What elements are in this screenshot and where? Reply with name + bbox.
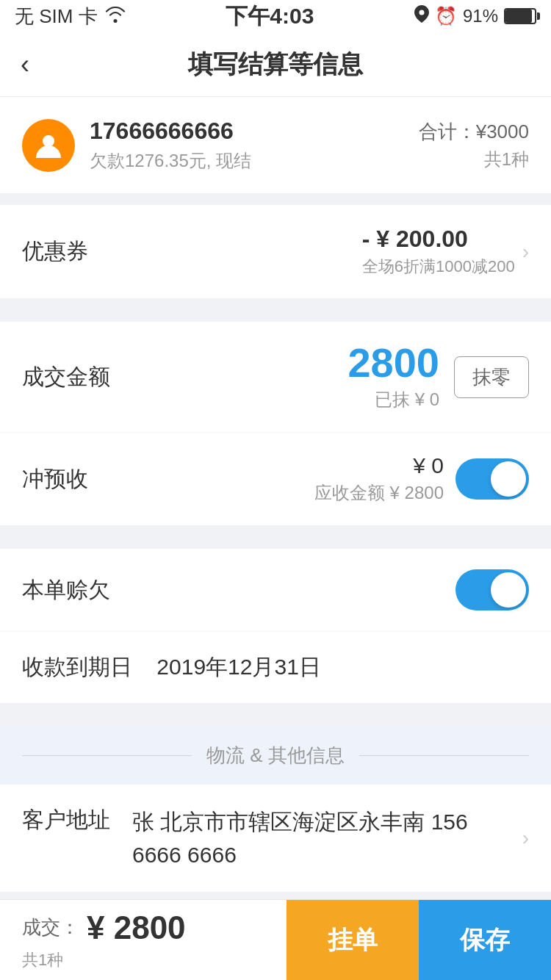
- address-content: 张 北京市市辖区海淀区永丰南 156 6666 6666: [132, 805, 522, 871]
- coupon-discount: - ¥ 200.00: [362, 226, 515, 253]
- status-bar: 无 SIM 卡 下午4:03 ⏰ 91%: [0, 0, 551, 32]
- divider-2: [0, 537, 551, 549]
- wifi-icon: [105, 5, 126, 28]
- bottom-total-row: 成交： ¥ 2800: [22, 909, 264, 946]
- coupon-desc: 全场6折满1000减200: [362, 256, 515, 278]
- logistics-label: 物流 & 其他信息: [192, 743, 359, 768]
- battery-label: 91%: [463, 6, 498, 26]
- chong-right: ¥ 0 应收金额 ¥ 2800: [314, 453, 529, 505]
- bottom-bar: 成交： ¥ 2800 共1种 挂单 保存: [0, 899, 551, 980]
- logistics-line-left: [22, 755, 192, 756]
- coupon-row[interactable]: 优惠券 - ¥ 200.00 全场6折满1000减200 ›: [0, 205, 551, 298]
- total-label: 合计：¥3000: [419, 119, 529, 145]
- back-button[interactable]: ‹: [21, 49, 29, 80]
- user-debt: 欠款1276.35元, 现结: [90, 149, 251, 173]
- chong-toggle[interactable]: [455, 458, 529, 500]
- page-title: 填写结算等信息: [188, 48, 363, 82]
- total-value: ¥3000: [476, 120, 529, 143]
- coupon-info: - ¥ 200.00 全场6折满1000减200: [362, 226, 515, 278]
- coupon-label: 优惠券: [22, 237, 88, 267]
- address-label: 客户地址: [22, 805, 110, 835]
- deal-label: 成交金额: [22, 362, 110, 392]
- deal-amount-sub: 已抹 ¥ 0: [347, 388, 439, 411]
- bottom-deal-amount: ¥ 2800: [87, 909, 186, 946]
- battery-icon: [504, 8, 536, 24]
- chong-row: 冲预收 ¥ 0 应收金额 ¥ 2800: [0, 433, 551, 525]
- chevron-right-icon: ›: [522, 240, 529, 264]
- status-time: 下午4:03: [226, 1, 314, 32]
- chevron-right-address-icon: ›: [522, 826, 529, 850]
- nav-bar: ‹ 填写结算等信息: [0, 32, 551, 97]
- deal-section: 成交金额 2800 已抹 ¥ 0 抹零 冲预收 ¥ 0 应收金额 ¥ 2800: [0, 322, 551, 525]
- debt-right: [455, 569, 529, 610]
- user-info: 17666666666 欠款1276.35元, 现结: [90, 118, 251, 173]
- chong-amount-col: ¥ 0 应收金额 ¥ 2800: [314, 453, 444, 505]
- debt-toggle[interactable]: [455, 569, 529, 610]
- avatar: [22, 119, 75, 172]
- logistics-header: 物流 & 其他信息: [0, 727, 551, 785]
- chong-sub: 应收金额 ¥ 2800: [314, 481, 444, 505]
- deal-amount: 2800: [347, 342, 439, 383]
- deal-row: 成交金额 2800 已抹 ¥ 0 抹零: [0, 322, 551, 433]
- chong-label: 冲预收: [22, 464, 88, 494]
- divider-3: [0, 715, 551, 727]
- round-zero-button[interactable]: 抹零: [454, 356, 529, 398]
- bottom-deal-label: 成交：: [22, 915, 79, 940]
- carrier-label: 无 SIM 卡: [15, 4, 98, 29]
- debt-label: 本单赊欠: [22, 575, 110, 605]
- due-date-row: 收款到期日 2019年12月31日: [0, 632, 551, 703]
- due-date-value: 2019年12月31日: [156, 655, 320, 679]
- content-area: 17666666666 欠款1276.35元, 现结 合计：¥3000 共1种 …: [0, 97, 551, 980]
- total-count: 共1种: [419, 148, 529, 171]
- alarm-icon: ⏰: [435, 6, 457, 26]
- address-row[interactable]: 客户地址 张 北京市市辖区海淀区永丰南 156 6666 6666 ›: [0, 785, 551, 892]
- coupon-right: - ¥ 200.00 全场6折满1000减200 ›: [362, 226, 529, 278]
- chong-toggle-knob: [491, 461, 526, 497]
- divider-1: [0, 310, 551, 322]
- user-right: 合计：¥3000 共1种: [419, 119, 529, 171]
- user-left: 17666666666 欠款1276.35元, 现结: [22, 118, 251, 173]
- status-left: 无 SIM 卡: [15, 4, 126, 29]
- deal-amount-col: 2800 已抹 ¥ 0: [347, 342, 439, 411]
- bottom-count: 共1种: [22, 949, 264, 971]
- location-icon: [414, 5, 429, 27]
- user-phone: 17666666666: [90, 118, 251, 145]
- chong-amount: ¥ 0: [314, 453, 444, 478]
- hang-button[interactable]: 挂单: [287, 900, 419, 981]
- svg-point-0: [43, 135, 54, 147]
- save-button[interactable]: 保存: [419, 900, 551, 981]
- due-date-label: 收款到期日 2019年12月31日: [22, 652, 321, 682]
- deal-right: 2800 已抹 ¥ 0 抹零: [347, 342, 529, 411]
- logistics-line-right: [359, 755, 529, 756]
- debt-toggle-knob: [491, 572, 526, 608]
- user-card: 17666666666 欠款1276.35元, 现结 合计：¥3000 共1种: [0, 97, 551, 193]
- debt-section: 本单赊欠 收款到期日 2019年12月31日: [0, 549, 551, 703]
- debt-row: 本单赊欠: [0, 549, 551, 632]
- bottom-total: 成交： ¥ 2800 共1种: [0, 909, 287, 971]
- status-right: ⏰ 91%: [414, 5, 536, 27]
